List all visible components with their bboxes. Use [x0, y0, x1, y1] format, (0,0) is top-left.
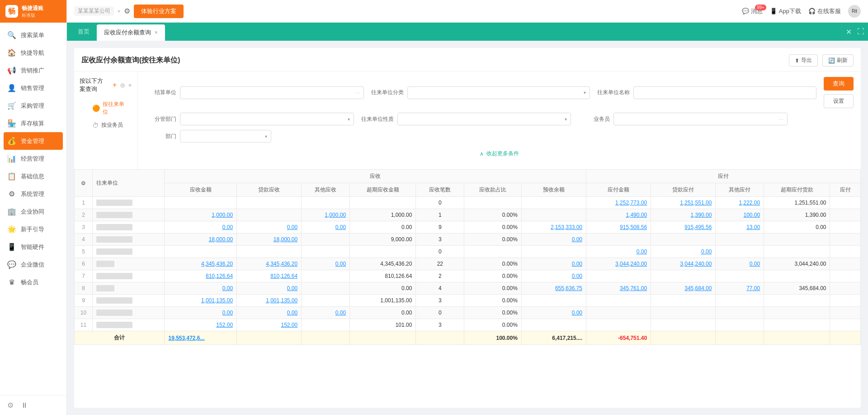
filter-more-button[interactable]: ∧ 收起更多条件	[145, 147, 854, 160]
tab-ar-query[interactable]: 应收应付余额查询 ×	[97, 24, 165, 41]
wechat-label: 企业微信	[21, 261, 44, 269]
tab-home[interactable]: 首页	[71, 23, 97, 41]
sidebar-item-basic-info[interactable]: 📋基础信息	[0, 167, 66, 185]
sidebar-item-purchase[interactable]: 🛒采购管理	[0, 97, 66, 114]
partner-nature-input[interactable]: ▾	[397, 113, 571, 125]
row-ar-amount: 0.00	[165, 282, 237, 295]
footer-ap-other	[716, 331, 764, 345]
sidebar-item-member[interactable]: ♛畅会员	[0, 273, 66, 291]
dept-mgr-input[interactable]: ▾	[180, 113, 354, 125]
row-ar-other: 1,000.00	[302, 209, 350, 221]
refresh-button[interactable]: 🔄 刷新	[822, 54, 854, 67]
sidebar-item-wechat[interactable]: 💬企业微信	[0, 256, 66, 273]
settlement-unit-input[interactable]: ···	[180, 86, 364, 99]
row-ar-count: 4	[416, 282, 464, 295]
member-icon: ♛	[7, 278, 16, 286]
footer-ar-count	[416, 331, 464, 345]
row-ap-amount: 1,252,773.00	[586, 197, 651, 209]
sidebar-item-quick-nav[interactable]: 🏠快捷导航	[0, 44, 66, 62]
row-ap-etc	[830, 209, 861, 221]
sidebar-item-finance[interactable]: 💰资金管理	[4, 132, 63, 150]
logo-text: 畅捷通账 标准版	[22, 5, 43, 19]
sidebar-item-hardware[interactable]: 📱智能硬件	[0, 238, 66, 256]
scheme-salesman-icon: ⏱	[92, 122, 99, 129]
table-row: 9 1,001,135.00 1,001,135.00 1,001,135.00…	[75, 295, 861, 307]
query-button[interactable]: 查询	[824, 77, 854, 91]
row-ap-overdue: 0.00	[764, 221, 830, 234]
sidebar-item-system[interactable]: ⚙系统管理	[0, 185, 66, 203]
tab-home-label: 首页	[78, 28, 90, 36]
row-ap-overdue	[764, 246, 830, 258]
sidebar-item-enterprise[interactable]: 🏢企业协同	[0, 203, 66, 220]
sidebar-item-operations[interactable]: 📊经营管理	[0, 150, 66, 167]
app-download-button[interactable]: 📱 App下载	[770, 7, 801, 15]
row-partner-name	[93, 234, 165, 246]
row-ap-overdue: 3,044,240.00	[764, 258, 830, 270]
online-service-button[interactable]: 🎧 在线客服	[808, 7, 841, 15]
operations-label: 经营管理	[21, 155, 44, 163]
service-icon: 🎧	[808, 8, 816, 14]
settings-filter-button[interactable]: 设置	[824, 94, 854, 108]
table-row: 2 1,000.00 1,000.00 1,000.00 1 0.00% 1,4…	[75, 209, 861, 221]
filter-settings-icon[interactable]: ◎	[120, 82, 125, 88]
settings-footer-btn[interactable]: ⚙	[7, 401, 14, 410]
row-ar-loan	[237, 197, 302, 209]
sidebar-item-guide[interactable]: 🌟新手引导	[0, 220, 66, 238]
export-button[interactable]: ⬆ 导出	[789, 54, 818, 67]
header-gear-icon[interactable]: ⚙	[124, 7, 130, 15]
row-index: 1	[75, 197, 93, 209]
col-group-ap-header: 应付	[586, 170, 861, 183]
tab-bar: 首页 应收应付余额查询 × ✕ ⛶	[67, 23, 868, 41]
sidebar-item-marketing[interactable]: 📢营销推广	[0, 62, 66, 79]
filter-collapse-icon[interactable]: «	[128, 82, 132, 88]
col-ar-loan: 贷款应收	[237, 183, 302, 197]
sidebar-item-search-menu[interactable]: 🔍搜索菜单	[0, 26, 66, 44]
filter-scheme-by-partner[interactable]: 🟠 按往来单位	[89, 99, 132, 118]
row-partner-name	[93, 295, 165, 307]
row-ar-other	[302, 246, 350, 258]
page-title: 应收应付余额查询(按往来单位)	[81, 56, 180, 65]
footer-ar-ratio: 100.00%	[464, 331, 522, 345]
user-menu[interactable]: Rit	[848, 5, 861, 18]
row-ar-other: 0.00	[302, 307, 350, 319]
sidebar-item-inventory[interactable]: 🏪库存核算	[0, 114, 66, 132]
row-ar-loan	[237, 209, 302, 221]
partner-category-input[interactable]: ▾	[407, 86, 590, 99]
salesman-input[interactable]: ···	[613, 113, 788, 125]
row-index: 9	[75, 295, 93, 307]
filter-scheme-by-salesman[interactable]: ⏱ 按业务员	[89, 119, 132, 131]
enterprise-label: 企业协同	[21, 208, 44, 216]
col-settings-header[interactable]: ⚙	[75, 170, 93, 197]
tab-expand-icon[interactable]: ⛶	[857, 28, 864, 36]
footer-ar-total[interactable]: 19,553,472,6...	[165, 331, 237, 345]
inventory-label: 库存核算	[21, 119, 44, 128]
row-partner-name: z	[93, 258, 165, 270]
row-ar-ratio: 0.00%	[464, 234, 522, 246]
row-ap-loan: 1,251,551.00	[651, 197, 716, 209]
basic-info-label: 基础信息	[21, 172, 44, 181]
search-menu-label: 搜索菜单	[21, 31, 44, 39]
row-ar-overdue: 4,345,436.20	[350, 258, 416, 270]
row-partner-name	[93, 221, 165, 234]
tab-close-icon[interactable]: ×	[155, 29, 158, 36]
notice-button[interactable]: 💬 消息 99+	[742, 7, 763, 15]
dept-input[interactable]: ▾	[180, 130, 271, 143]
partner-name-input[interactable]	[633, 86, 816, 99]
sidebar-item-sales[interactable]: 👤销售管理	[0, 79, 66, 97]
scheme-partner-icon: 🟠	[92, 105, 100, 112]
row-ap-loan: 915,495.56	[651, 221, 716, 234]
row-ar-count: 3	[416, 234, 464, 246]
row-ar-loan: 152.00	[237, 319, 302, 331]
promo-button[interactable]: 体验行业方案	[134, 5, 184, 18]
collapse-footer-btn[interactable]: ⏸	[21, 401, 28, 410]
logo-name: 畅捷通账	[22, 5, 43, 12]
row-ap-overdue: 1,251,551.00	[764, 197, 830, 209]
row-ap-etc	[830, 282, 861, 295]
row-ar-overdue: 9,000.00	[350, 234, 416, 246]
row-ap-overdue	[764, 270, 830, 282]
table-row: 3 0.00 0.00 0.00 0.00 9 0.00% 2,153,333.…	[75, 221, 861, 234]
row-index: 10	[75, 307, 93, 319]
tab-close-window-icon[interactable]: ✕	[846, 28, 852, 36]
filter-add-button[interactable]: +	[113, 81, 117, 89]
row-ap-other	[716, 307, 764, 319]
